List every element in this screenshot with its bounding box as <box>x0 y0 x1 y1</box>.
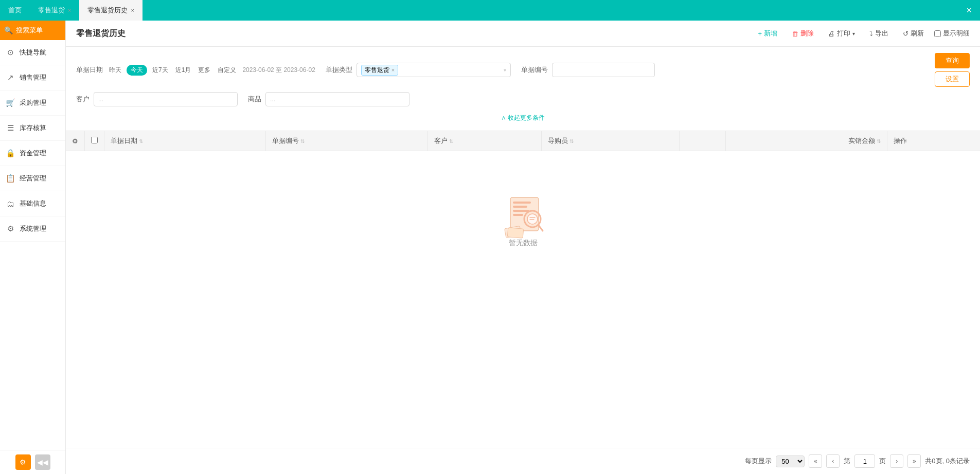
top-bar: 首页 零售退货 × 零售退货历史 × × <box>0 0 980 21</box>
date-opt-yesterday[interactable]: 昨天 <box>107 65 123 76</box>
date-options: 昨天 今天 近7天 近1月 更多 自定义 <box>107 65 238 76</box>
export-label: 导出 <box>875 29 888 38</box>
date-opt-last7[interactable]: 近7天 <box>150 65 170 76</box>
empty-text: 暂无数据 <box>509 239 538 248</box>
svg-rect-1 <box>513 202 531 204</box>
print-button[interactable]: 🖨 打印 ▾ <box>824 27 859 40</box>
finance-icon: 🔒 <box>5 148 15 158</box>
table-header-row: ⚙ 单据日期 ⇅ 单据编号 <box>66 131 980 151</box>
new-label: 新增 <box>764 29 777 38</box>
refresh-label: 刷新 <box>911 29 924 38</box>
page-title: 零售退货历史 <box>76 28 126 39</box>
sidebar-nav: ⊙ 快捷导航 ↗ 销售管理 🛒 采购管理 ☰ 库存核算 🔒 资金管理 📋 经营 <box>0 40 65 450</box>
th-action: 操作 <box>887 131 980 151</box>
doc-type-label: 单据类型 <box>326 65 352 75</box>
th-guide-label: 导购员 <box>548 136 568 145</box>
collapse-bar[interactable]: ∧ 收起更多条件 <box>76 112 970 124</box>
delete-button[interactable]: 🗑 删除 <box>788 27 818 40</box>
date-opt-more[interactable]: 更多 <box>196 65 212 76</box>
customer-label: 客户 <box>76 95 90 104</box>
filter-row-2: 客户 ... 商品 ... <box>76 92 970 106</box>
date-opt-today[interactable]: 今天 <box>127 65 147 76</box>
page-size-select[interactable]: 50 100 200 <box>776 455 805 467</box>
main-layout: 🔍 搜索菜单 ⊙ 快捷导航 ↗ 销售管理 🛒 采购管理 ☰ 库存核算 🔒 资 <box>0 21 980 474</box>
sidebar-item-inventory[interactable]: ☰ 库存核算 <box>0 116 65 141</box>
sidebar-item-sales[interactable]: ↗ 销售管理 <box>0 65 65 90</box>
sidebar-item-finance[interactable]: 🔒 资金管理 <box>0 141 65 166</box>
svg-rect-4 <box>513 214 523 216</box>
date-filter-label: 单据日期 <box>76 65 103 75</box>
doc-number-filter-group: 单据编号 <box>521 63 655 77</box>
operation-icon: 📋 <box>5 173 15 184</box>
doc-number-input[interactable] <box>552 63 655 77</box>
th-guide[interactable]: 导购员 ⇅ <box>542 131 680 151</box>
refresh-button[interactable]: ↺ 刷新 <box>899 27 928 40</box>
th-amount[interactable]: 实销金额 ⇅ <box>725 131 887 151</box>
filter-row-1: 单据日期 昨天 今天 近7天 近1月 更多 自定义 2023-06-02 至 2… <box>76 53 970 87</box>
window-close-button[interactable]: × <box>958 0 980 21</box>
new-button[interactable]: + 新增 <box>754 27 781 40</box>
tab-retail-return[interactable]: 零售退货 × <box>30 0 79 21</box>
th-date-sort-icon: ⇅ <box>139 138 143 144</box>
next-page-button[interactable]: › <box>890 454 903 468</box>
th-gear[interactable]: ⚙ <box>66 131 85 151</box>
sidebar-audio-button[interactable]: ◀◀ <box>35 454 50 470</box>
th-customer[interactable]: 客户 ⇅ <box>427 131 542 151</box>
doc-type-select[interactable]: 零售退货 × ▾ <box>357 63 511 77</box>
export-button[interactable]: ⤵ 导出 <box>865 27 893 40</box>
data-table: ⚙ 单据日期 ⇅ 单据编号 <box>66 131 980 151</box>
settings-button[interactable]: 设置 <box>935 71 970 87</box>
sidebar-settings-button[interactable]: ⚙ <box>15 454 31 470</box>
sidebar-item-sales-label: 销售管理 <box>20 73 46 82</box>
last-page-button[interactable]: » <box>907 454 921 468</box>
page-number-input[interactable] <box>854 454 875 468</box>
sidebar-search[interactable]: 🔍 搜索菜单 <box>0 21 65 40</box>
select-all-checkbox[interactable] <box>91 137 98 143</box>
tab-retail-return-label: 零售退货 <box>38 6 65 15</box>
sidebar-item-quick-nav-label: 快捷导航 <box>20 48 46 57</box>
page-summary: 共0页, 0条记录 <box>925 457 970 466</box>
tab-retail-return-history[interactable]: 零售退货历史 × <box>79 0 142 21</box>
sidebar-item-system[interactable]: ⚙ 系统管理 <box>0 216 65 242</box>
customer-placeholder: ... <box>98 96 103 103</box>
print-label: 打印 <box>837 29 850 38</box>
sidebar-item-basic-info-label: 基础信息 <box>20 199 46 208</box>
tab-retail-return-close[interactable]: × <box>68 7 71 13</box>
goods-filter-group: 商品 ... <box>248 92 409 106</box>
th-number-sort-icon: ⇅ <box>300 138 305 144</box>
customer-input[interactable]: ... <box>94 92 238 106</box>
th-action-label: 操作 <box>894 137 907 144</box>
tab-list: 首页 零售退货 × 零售退货历史 × <box>0 0 958 21</box>
table-area: ⚙ 单据日期 ⇅ 单据编号 <box>66 131 980 448</box>
goods-input[interactable]: ... <box>265 92 409 106</box>
first-page-button[interactable]: « <box>809 454 822 468</box>
sidebar-item-purchase[interactable]: 🛒 采购管理 <box>0 90 65 116</box>
date-opt-custom[interactable]: 自定义 <box>216 65 238 76</box>
query-button[interactable]: 查询 <box>935 53 970 68</box>
doc-type-tag-remove[interactable]: × <box>391 67 395 73</box>
date-opt-last1m[interactable]: 近1月 <box>173 65 193 76</box>
tab-retail-return-history-label: 零售退货历史 <box>87 6 128 15</box>
th-date[interactable]: 单据日期 ⇅ <box>104 131 266 151</box>
svg-rect-3 <box>513 210 529 212</box>
purchase-icon: 🛒 <box>5 98 15 108</box>
doc-type-filter-group: 单据类型 零售退货 × ▾ <box>326 63 511 77</box>
tab-retail-return-history-close[interactable]: × <box>131 7 134 13</box>
th-checkbox[interactable] <box>85 131 104 151</box>
settings-icon: ⚙ <box>20 458 26 466</box>
query-buttons: 查询 设置 <box>935 53 970 87</box>
goods-placeholder: ... <box>270 96 275 103</box>
prev-page-button[interactable]: ‹ <box>826 454 840 468</box>
show-detail-toggle[interactable]: 显示明细 <box>934 29 970 38</box>
doc-type-tag-value: 零售退货 <box>365 66 389 75</box>
tab-home[interactable]: 首页 <box>0 0 30 21</box>
inventory-icon: ☰ <box>5 123 15 133</box>
th-number[interactable]: 单据编号 ⇅ <box>266 131 427 151</box>
sidebar-item-operation[interactable]: 📋 经营管理 <box>0 166 65 191</box>
show-detail-checkbox[interactable] <box>934 30 941 37</box>
search-icon: 🔍 <box>4 26 13 34</box>
sidebar-item-basic-info[interactable]: 🗂 基础信息 <box>0 191 65 216</box>
sales-icon: ↗ <box>5 72 15 83</box>
date-range-display: 2023-06-02 至 2023-06-02 <box>242 66 315 75</box>
sidebar-item-quick-nav[interactable]: ⊙ 快捷导航 <box>0 40 65 65</box>
